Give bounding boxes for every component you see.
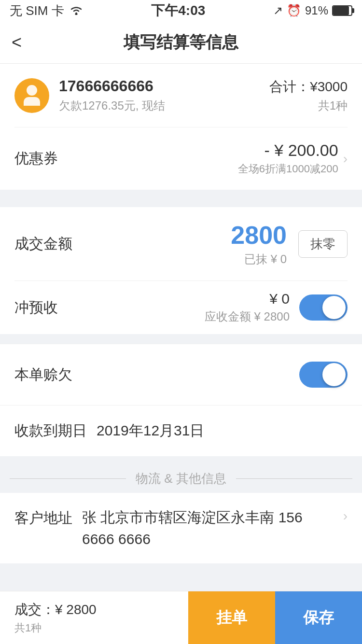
amount-value-block: 2800 已抹 ¥ 0 [231, 221, 287, 267]
order-total: 合计：¥3000 [269, 78, 348, 96]
customer-row: 17666666666 欠款1276.35元, 现结 合计：¥3000 共1种 [0, 64, 362, 127]
debt-toggle-knob [322, 363, 346, 386]
logistics-line-right [236, 478, 352, 479]
coupon-chevron-icon: › [343, 151, 348, 167]
prepay-row: 冲预收 ¥ 0 应收金额 ¥ 2800 [0, 281, 362, 334]
bottom-info: 成交：¥ 2800 共1种 [0, 601, 188, 635]
coupon-desc: 全场6折满1000减200 [238, 162, 338, 176]
customer-debt-info: 欠款1276.35元, 现结 [59, 98, 165, 113]
prepay-toggle[interactable] [299, 294, 348, 321]
toggle-knob [322, 296, 346, 319]
coupon-amount: - ¥ 200.00 [238, 141, 338, 160]
prepay-label: 冲预收 [14, 298, 58, 318]
person-icon [24, 85, 40, 106]
address-section: 客户地址 张 北京市市辖区海淀区永丰南 156 6666 6666 › [0, 493, 362, 563]
status-bar: 无 SIM 卡 下午4:03 ↗ ⏰ 91% [0, 0, 362, 21]
person-body [24, 97, 40, 106]
customer-left: 17666666666 欠款1276.35元, 现结 [14, 77, 165, 113]
logistics-separator: 物流 & 其他信息 [0, 464, 362, 493]
trade-amount-label: 成交金额 [14, 234, 72, 254]
carrier-label: 无 SIM 卡 [10, 2, 64, 19]
amount-section: 成交金额 2800 已抹 ¥ 0 抹零 冲预收 ¥ 0 应收金额 ¥ 2800 [0, 207, 362, 334]
address-row[interactable]: 客户地址 张 北京市市辖区海淀区永丰南 156 6666 6666 › [0, 493, 362, 563]
bottom-trade-amount: 成交：¥ 2800 [14, 601, 174, 619]
person-head [27, 85, 37, 96]
trade-amount-sub: 已抹 ¥ 0 [231, 252, 287, 267]
nav-bar: < 填写结算等信息 [0, 21, 362, 64]
address-chevron-icon: › [343, 506, 348, 524]
back-button[interactable]: < [12, 32, 22, 53]
debt-section: 本单赊欠 收款到期日 2019年12月31日 [0, 344, 362, 456]
bottom-trade-value: ¥ 2800 [55, 602, 97, 617]
status-left: 无 SIM 卡 [10, 2, 84, 19]
alarm-icon: ⏰ [287, 4, 301, 17]
customer-right: 合计：¥3000 共1种 [269, 78, 348, 113]
customer-phone: 17666666666 [59, 77, 165, 95]
trade-amount-value: 2800 [231, 221, 287, 250]
svg-point-0 [75, 13, 77, 15]
prepay-receivable: 应收金额 ¥ 2800 [205, 309, 290, 324]
debt-label: 本单赊欠 [14, 365, 72, 385]
prepay-amount: ¥ 0 [205, 291, 290, 307]
battery-icon [332, 5, 352, 16]
coupon-label: 优惠券 [14, 149, 58, 168]
trade-amount-row: 成交金额 2800 已抹 ¥ 0 抹零 [0, 207, 362, 280]
location-icon: ↗ [273, 4, 283, 17]
wifi-icon [69, 3, 84, 18]
bottom-count: 共1种 [14, 621, 174, 635]
page-title: 填写结算等信息 [124, 31, 238, 54]
duedate-label: 收款到期日 [14, 421, 87, 441]
status-time: 下午4:03 [151, 1, 205, 20]
amount-right: 2800 已抹 ¥ 0 抹零 [231, 221, 348, 267]
avatar [14, 78, 49, 113]
debt-toggle[interactable] [299, 362, 348, 388]
gray-separator-2 [0, 334, 362, 344]
status-right: ↗ ⏰ 91% [273, 4, 352, 17]
address-label: 客户地址 [14, 506, 72, 528]
customer-info: 17666666666 欠款1276.35元, 现结 [59, 77, 165, 113]
prepay-right: ¥ 0 应收金额 ¥ 2800 [205, 291, 348, 324]
gray-separator-1 [0, 197, 362, 207]
coupon-row[interactable]: 优惠券 - ¥ 200.00 全场6折满1000减200 › [0, 127, 362, 190]
logistics-label: 物流 & 其他信息 [136, 470, 226, 487]
customer-section: 17666666666 欠款1276.35元, 现结 合计：¥3000 共1种 … [0, 64, 362, 190]
duedate-row: 收款到期日 2019年12月31日 [0, 405, 362, 456]
coupon-right-block: - ¥ 200.00 全场6折满1000减200 [238, 141, 338, 176]
debt-row: 本单赊欠 [0, 344, 362, 405]
round-button[interactable]: 抹零 [298, 230, 348, 258]
logistics-line-left [10, 478, 126, 479]
prepay-value-block: ¥ 0 应收金额 ¥ 2800 [205, 291, 290, 324]
hang-button[interactable]: 挂单 [188, 591, 275, 644]
battery-percent: 91% [305, 4, 328, 17]
order-count: 共1种 [269, 98, 348, 113]
main-content: 17666666666 欠款1276.35元, 现结 合计：¥3000 共1种 … [0, 64, 362, 644]
address-value: 张 北京市市辖区海淀区永丰南 156 6666 6666 [82, 506, 338, 550]
bottom-bar: 成交：¥ 2800 共1种 挂单 保存 [0, 591, 362, 644]
duedate-value: 2019年12月31日 [97, 421, 204, 441]
save-button[interactable]: 保存 [275, 591, 362, 644]
bottom-trade-label: 成交： [14, 602, 55, 617]
